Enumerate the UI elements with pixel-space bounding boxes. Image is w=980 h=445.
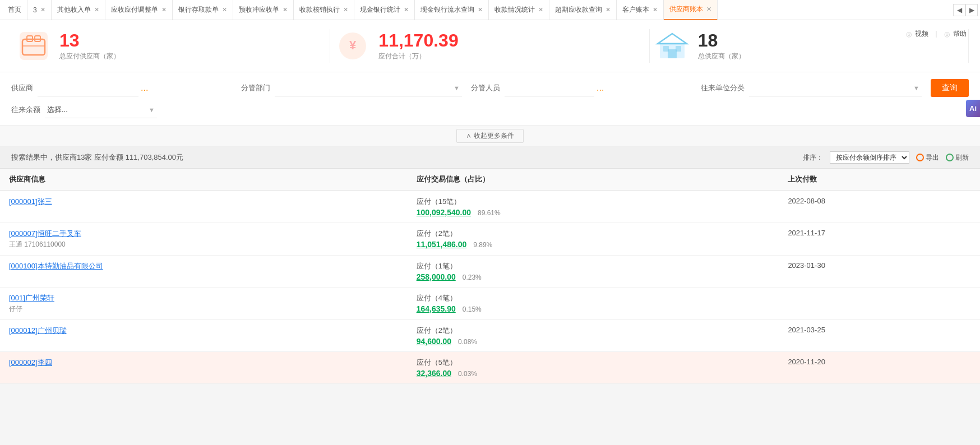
nav-tab-adjust-close[interactable]: ✕ — [161, 6, 167, 13]
collapse-button[interactable]: ∧ 收起更多条件 — [456, 129, 523, 143]
store-icon — [655, 29, 689, 63]
pay-percent-value: 9.89% — [473, 241, 492, 249]
person-input[interactable] — [505, 80, 594, 96]
table-header: 供应商信息 应付交易信息（占比） 上次付数 — [0, 169, 980, 191]
video-link[interactable]: 视频 — [915, 29, 928, 39]
ai-badge[interactable]: Ai — [966, 100, 980, 117]
balance-select-wrapper: 选择... ▼ — [45, 101, 157, 118]
supplier-link[interactable]: [000007]恒旺二手叉车 — [9, 229, 81, 238]
pay-info-cell: 应付（15笔）100,092,540.0089.61% — [408, 191, 779, 223]
supplier-link[interactable]: [001]广州荣轩 — [9, 294, 54, 302]
supplier-info-cell: [000001]张三 — [0, 191, 408, 223]
supplier-link[interactable]: [000002]李四 — [9, 358, 52, 367]
nav-tab-overdue[interactable]: 超期应收款查询 ✕ — [549, 0, 617, 20]
supplier-input[interactable] — [38, 80, 138, 96]
nav-tab-bank-label: 银行存取款单 — [178, 5, 219, 15]
collapse-bar: ∧ 收起更多条件 — [0, 126, 980, 147]
nav-tab-overdue-label: 超期应收款查询 — [555, 5, 602, 15]
nav-tab-cash-stat[interactable]: 现金银行统计 ✕ — [354, 0, 415, 20]
person-label: 分管人员 — [471, 83, 500, 93]
nav-tab-overdue-close[interactable]: ✕ — [605, 6, 611, 13]
help-link[interactable]: 帮助 — [953, 29, 967, 39]
pay-percent-value: 0.23% — [463, 274, 482, 281]
col-header-last-pay: 上次付数 — [779, 169, 980, 191]
amount-card-content: 11,170.39 应付合计（万） — [378, 31, 458, 61]
filter-row-2: 往来余额 选择... ▼ — [11, 101, 969, 118]
circle-icon: ◎ — [906, 30, 912, 38]
col-header-supplier: 供应商信息 — [0, 169, 408, 191]
supplier-info-cell: [000100]本特勤油品有限公司 — [0, 256, 408, 288]
nav-tab-recv-stat[interactable]: 收款情况统计 ✕ — [489, 0, 549, 20]
nav-tab-prepay[interactable]: 预收冲应收单 ✕ — [233, 0, 294, 20]
last-pay-cell: 2022-08-08 — [779, 191, 980, 223]
supplier-info-cell: [000012]广州贝瑞 — [0, 320, 408, 352]
table-row: [001]广州荣轩仔仔应付（4笔）164,635.900.15% — [0, 288, 980, 320]
svg-rect-11 — [676, 46, 681, 52]
sort-select[interactable]: 按应付余额倒序排序 — [830, 151, 909, 164]
pay-count-label: 应付（4笔） — [417, 293, 770, 303]
table-row: [000007]恒旺二手叉车王通 17106110000应付（2笔）11,051… — [0, 223, 980, 256]
nav-tab-adjust[interactable]: 应收应付调整单 ✕ — [105, 0, 173, 20]
dept-filter: 分管部门 ▼ — [241, 80, 462, 96]
nav-tab-bank-close[interactable]: ✕ — [222, 6, 227, 13]
results-bar: 搜索结果中，供应商13家 应付金额 111,703,854.00元 排序： 按应… — [0, 147, 980, 169]
nav-tab-home[interactable]: 首页 — [2, 0, 27, 20]
collapse-chevron-icon: ∧ — [466, 132, 473, 140]
nav-tab-cash-stat-close[interactable]: ✕ — [404, 6, 409, 13]
pay-count-label: 应付（1笔） — [417, 261, 770, 271]
supplier-link[interactable]: [000001]张三 — [9, 197, 52, 206]
nav-tab-other-income-close[interactable]: ✕ — [94, 6, 99, 13]
nav-next-button[interactable]: ▶ — [965, 4, 978, 16]
supplier-label: 供应商 — [11, 83, 33, 93]
pay-amount-value[interactable]: 11,051,486.00 — [417, 240, 467, 249]
export-action[interactable]: 导出 — [916, 153, 939, 163]
last-pay-date: 2021-11-17 — [788, 229, 825, 237]
total-payable-suppliers-label: 总应付供应商（家） — [59, 52, 120, 61]
nav-prev-button[interactable]: ◀ — [953, 4, 965, 16]
nav-tab-cash-flow-close[interactable]: ✕ — [478, 6, 483, 13]
category-select[interactable] — [749, 80, 922, 96]
nav-tab-recv-stat-close[interactable]: ✕ — [538, 6, 543, 13]
table-row: [000012]广州贝瑞应付（2笔）94,600.000.08%2021-03-… — [0, 320, 980, 352]
nav-arrows: ◀ ▶ — [953, 4, 978, 16]
nav-tab-customer-book-close[interactable]: ✕ — [653, 6, 658, 13]
last-pay-cell: 2021-03-25 — [779, 320, 980, 352]
nav-tab-3-close[interactable]: ✕ — [40, 6, 45, 13]
query-button[interactable]: 查询 — [931, 79, 969, 97]
nav-tab-bank[interactable]: 银行存取款单 ✕ — [173, 0, 233, 20]
supplier-link[interactable]: [000012]广州贝瑞 — [9, 326, 67, 335]
summary-card-amount: ¥ 11,170.39 应付合计（万） — [330, 29, 649, 63]
supplier-link[interactable]: [000100]本特勤油品有限公司 — [9, 262, 103, 270]
nav-tab-customer-book[interactable]: 客户账本 ✕ — [617, 0, 664, 20]
pay-amount-value[interactable]: 94,600.00 — [417, 337, 451, 346]
supplier-info-cell: [000007]恒旺二手叉车王通 17106110000 — [0, 223, 408, 256]
pay-amount-value[interactable]: 100,092,540.00 — [417, 208, 471, 217]
nav-tab-recv-stat-label: 收款情况统计 — [494, 5, 535, 15]
nav-tab-other-income-label: 其他收入单 — [57, 5, 91, 15]
nav-tab-verify[interactable]: 收款核销执行 ✕ — [294, 0, 354, 20]
pay-amount-value[interactable]: 164,635.90 — [417, 304, 456, 313]
dept-select[interactable] — [275, 80, 462, 96]
supplier-dots-button[interactable]: ... — [141, 83, 148, 93]
nav-tab-verify-close[interactable]: ✕ — [343, 6, 348, 13]
total-payable-amount-number: 11,170.39 — [378, 31, 458, 49]
pay-amount-value[interactable]: 258,000.00 — [417, 272, 456, 281]
pay-percent-value: 0.03% — [458, 370, 477, 378]
sort-label: 排序： — [803, 153, 823, 163]
nav-tab-3[interactable]: 3 ✕ — [27, 0, 52, 20]
svg-text:¥: ¥ — [349, 38, 357, 52]
person-dots-button[interactable]: ... — [597, 83, 604, 93]
results-summary: 搜索结果中，供应商13家 应付金额 111,703,854.00元 — [11, 152, 183, 163]
nav-tab-other-income[interactable]: 其他收入单 ✕ — [52, 0, 105, 20]
last-pay-cell: 2021-11-17 — [779, 223, 980, 256]
pay-amount-value[interactable]: 32,366.00 — [417, 369, 451, 378]
summary-cards: 13 总应付供应商（家） ¥ 11,170.39 应付合计（万） — [0, 20, 980, 72]
refresh-action[interactable]: 刷新 — [946, 153, 969, 163]
table-row: [000100]本特勤油品有限公司应付（1笔）258,000.000.23%20… — [0, 256, 980, 288]
nav-tab-cash-flow[interactable]: 现金银行流水查询 ✕ — [415, 0, 489, 20]
nav-tab-prepay-close[interactable]: ✕ — [283, 6, 288, 13]
balance-select[interactable]: 选择... — [45, 101, 157, 118]
supplier-sub-info: 仔仔 — [9, 304, 399, 314]
nav-tab-supplier-book[interactable]: 供应商账本 ✕ — [664, 0, 718, 20]
nav-tab-supplier-book-close[interactable]: ✕ — [706, 6, 711, 13]
